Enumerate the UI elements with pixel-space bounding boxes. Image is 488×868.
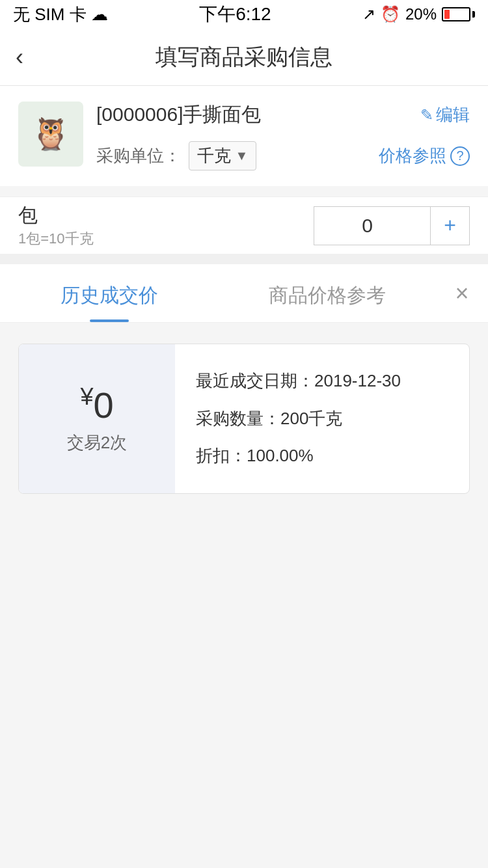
price-content: ¥0 交易2次 最近成交日期：2019-12-30 采购数量：200千克 折扣：… xyxy=(0,323,488,515)
sim-label: 无 SIM 卡 ☁ xyxy=(13,3,108,26)
tab-history-label: 历史成交价 xyxy=(61,284,158,306)
battery-fill xyxy=(444,10,450,19)
battery-tip xyxy=(472,11,475,18)
quantity-input[interactable] xyxy=(314,206,431,245)
tab-reference-label: 商品价格参考 xyxy=(269,284,386,306)
location-icon: ↗ xyxy=(362,5,375,23)
edit-button[interactable]: ✎ 编辑 xyxy=(420,103,470,126)
product-name: [0000006]手撕面包 xyxy=(96,102,261,128)
quantity-label-wrap: 包 1包=10千克 xyxy=(18,202,94,249)
price-detail-quantity: 采购数量：200千克 xyxy=(196,405,448,433)
product-header: [0000006]手撕面包 ✎ 编辑 xyxy=(96,102,470,128)
unit-area: 采购单位： 千克 ▼ xyxy=(96,141,256,170)
discount-value: 100.00% xyxy=(247,446,314,465)
status-right: ↗ ⏰ 20% xyxy=(362,5,475,23)
edit-icon: ✎ xyxy=(420,106,433,124)
product-info: [0000006]手撕面包 ✎ 编辑 采购单位： 千克 ▼ 价格参照 ? xyxy=(96,102,470,170)
tab-reference-price[interactable]: 商品价格参考 xyxy=(218,264,436,322)
tab-history-price[interactable]: 历史成交价 xyxy=(0,264,218,322)
product-unit-row: 采购单位： 千克 ▼ 价格参照 ? xyxy=(96,141,470,170)
section-divider xyxy=(0,254,488,264)
quantity-conversion: 1包=10千克 xyxy=(18,229,94,249)
price-card: ¥0 交易2次 最近成交日期：2019-12-30 采购数量：200千克 折扣：… xyxy=(18,344,470,494)
price-ref-label: 价格参照 xyxy=(379,144,446,167)
quantity-input-wrap: + xyxy=(314,206,470,245)
price-reference-button[interactable]: 价格参照 ? xyxy=(379,144,470,167)
product-section: 🦉 [0000006]手撕面包 ✎ 编辑 采购单位： 千克 ▼ 价格参照 ? xyxy=(0,86,488,186)
quantity-label: 采购数量： xyxy=(196,409,280,428)
battery-indicator xyxy=(442,7,475,21)
price-amount: ¥0 xyxy=(80,383,113,426)
discount-label: 折扣： xyxy=(196,446,247,465)
product-icon: 🦉 xyxy=(18,102,83,167)
back-button[interactable]: ‹ xyxy=(16,44,23,71)
unit-label: 采购单位： xyxy=(96,146,181,165)
unit-value: 千克 xyxy=(197,144,231,167)
date-label: 最近成交日期： xyxy=(196,371,314,390)
tab-close-button[interactable]: × xyxy=(436,267,488,319)
price-ref-help-icon: ? xyxy=(450,146,470,166)
price-card-right: 最近成交日期：2019-12-30 采购数量：200千克 折扣：100.00% xyxy=(175,344,469,493)
alarm-icon: ⏰ xyxy=(381,5,400,23)
quantity-value: 200千克 xyxy=(280,409,342,428)
price-detail-date: 最近成交日期：2019-12-30 xyxy=(196,368,448,395)
quantity-plus-button[interactable]: + xyxy=(431,206,470,245)
nav-bar: ‹ 填写商品采购信息 xyxy=(0,29,488,86)
unit-selector[interactable]: 千克 ▼ xyxy=(189,141,256,170)
price-detail-discount: 折扣：100.00% xyxy=(196,442,448,470)
edit-label: 编辑 xyxy=(436,103,470,126)
product-thumbnail: 🦉 xyxy=(31,116,70,152)
price-card-left: ¥0 交易2次 xyxy=(19,344,175,493)
bottom-space xyxy=(0,515,488,868)
date-value: 2019-12-30 xyxy=(314,371,401,390)
battery-body xyxy=(442,7,470,21)
status-time: 下午6:12 xyxy=(199,2,271,27)
status-left: 无 SIM 卡 ☁ xyxy=(13,3,108,26)
price-value: 0 xyxy=(93,385,113,426)
quantity-unit-name: 包 xyxy=(18,202,94,229)
battery-percent: 20% xyxy=(405,5,437,23)
currency-symbol: ¥ xyxy=(80,383,93,410)
quantity-section: 包 1包=10千克 + xyxy=(0,197,488,254)
tab-list: 历史成交价 商品价格参考 xyxy=(0,264,436,322)
tab-section: 历史成交价 商品价格参考 × xyxy=(0,264,488,323)
status-bar: 无 SIM 卡 ☁ 下午6:12 ↗ ⏰ 20% xyxy=(0,0,488,29)
unit-dropdown-icon: ▼ xyxy=(235,148,248,163)
price-trades: 交易2次 xyxy=(67,431,127,454)
page-title: 填写商品采购信息 xyxy=(156,42,332,72)
